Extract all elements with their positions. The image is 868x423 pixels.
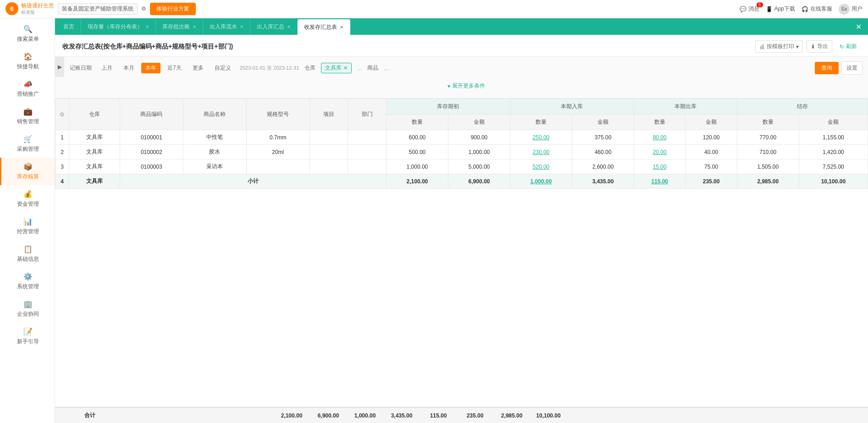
- tab-recv-summary-close[interactable]: ✕: [340, 25, 343, 30]
- date-btn-7days[interactable]: 近7天: [163, 63, 186, 73]
- tab-inout-summary-label: 出入库汇总: [257, 23, 284, 31]
- tab-bar: 首页 现存量（库存分布表） ✕ 库存批次账 ✕ 出入库流水 ✕ 出入库汇总 ✕ …: [55, 18, 868, 35]
- sidebar-item-inventory[interactable]: 📦 库存核算: [0, 158, 55, 185]
- total-closing-amt: 10,100.00: [530, 412, 567, 419]
- sidebar-item-quick[interactable]: 🏠 快捷导航: [0, 48, 55, 75]
- col-in-amt-header: 金额: [572, 115, 634, 130]
- sidebar-item-sales[interactable]: 💼 销售管理: [0, 103, 55, 130]
- expand-conditions-button[interactable]: ▾ 展开更多条件: [448, 82, 485, 90]
- logo-text: 畅捷通好生意: [21, 2, 54, 9]
- row-out-qty[interactable]: 15.00: [634, 159, 686, 174]
- message-item[interactable]: 💬 消息 6: [740, 5, 759, 13]
- sidebar-label-sales: 销售管理: [17, 118, 39, 126]
- sidebar-item-finance[interactable]: 💰 资金管理: [0, 185, 55, 213]
- row-out-qty[interactable]: 80.00: [634, 130, 686, 145]
- table-row: 2 文具库 0100002 胶水 20ml 500.00 1,000.00 23…: [55, 145, 868, 159]
- filter-wrapper: ▶ 记账日期 上月 本月 本年 近7天 更多 自定义 2023-01-01 至 …: [55, 57, 868, 99]
- col-opening-group-header: 库存期初: [386, 99, 510, 115]
- row-in-qty[interactable]: 520.00: [510, 159, 572, 174]
- settings-icon[interactable]: ⚙: [141, 5, 146, 12]
- row-in-amt: 460.00: [572, 145, 634, 159]
- sidebar-item-basic[interactable]: 📋 基础信息: [0, 240, 55, 268]
- online-service-item[interactable]: 🎧 在线客服: [802, 5, 832, 13]
- col-goodsname-header: 商品名称: [183, 99, 246, 130]
- tab-stock-dist[interactable]: 现存量（库存分布表） ✕: [81, 18, 156, 35]
- sidebar-item-guide[interactable]: 📝 新手引导: [0, 323, 55, 350]
- tab-recv-summary[interactable]: 收发存汇总表 ✕: [298, 19, 350, 35]
- tab-inout-summary-close[interactable]: ✕: [287, 24, 291, 29]
- tab-stock-dist-label: 现存量（库存分布表）: [88, 23, 143, 31]
- print-button[interactable]: 🖨 按模板打印 ▾: [755, 40, 803, 53]
- total-opening-qty: 2,100.00: [273, 412, 310, 419]
- sidebar-label-purchase: 采购管理: [17, 145, 39, 153]
- sidebar-item-operations[interactable]: 📊 经营管理: [0, 213, 55, 240]
- sidebar-item-system[interactable]: ⚙️ 系统管理: [0, 268, 55, 295]
- warehouse-tag-close[interactable]: ✕: [343, 65, 348, 71]
- inventory-icon: 📦: [23, 162, 33, 171]
- sidebar-item-enterprise[interactable]: 🏢 企业协同: [0, 295, 55, 323]
- col-closing-qty-header: 数量: [737, 115, 799, 130]
- date-btn-more[interactable]: 更多: [188, 63, 208, 73]
- export-icon: ⬇: [811, 44, 815, 50]
- sidebar-item-purchase[interactable]: 🛒 采购管理: [0, 130, 55, 158]
- tab-recv-summary-label: 收发存汇总表: [304, 23, 337, 31]
- sidebar-label-basic: 基础信息: [17, 255, 39, 263]
- home-icon: 🏠: [23, 52, 33, 61]
- sidebar-label-enterprise: 企业协同: [17, 310, 39, 318]
- tab-batch-close[interactable]: ✕: [193, 24, 196, 29]
- export-button[interactable]: ⬇ 导出: [807, 40, 832, 53]
- sidebar-item-search[interactable]: 🔍 搜索菜单: [0, 20, 55, 48]
- row-opening-amt: 1,000.00: [448, 145, 510, 159]
- data-table: ⚙ 仓库 商品编码 商品名称 规格型号 项目 部门 库存期初 本期入库 本期出库…: [55, 99, 868, 189]
- system-title[interactable]: 装备及固定资产辅助管理系统: [58, 3, 138, 15]
- date-btn-custom[interactable]: 自定义: [210, 63, 235, 73]
- tab-inout-flow[interactable]: 出入库流水 ✕: [203, 18, 250, 35]
- sidebar-label-quick: 快捷导航: [17, 63, 39, 71]
- tab-stock-dist-close[interactable]: ✕: [145, 24, 149, 29]
- refresh-icon: ↻: [840, 44, 844, 50]
- sidebar-item-marketing[interactable]: 📣 营销推广: [0, 75, 55, 103]
- total-bar: 合计 2,100.00 6,900.00 1,000.00 3,435.00 1…: [55, 407, 868, 423]
- trial-button[interactable]: 体验行业方案: [150, 3, 196, 15]
- col-in-group-header: 本期入库: [510, 99, 634, 115]
- tab-batch[interactable]: 库存批次账 ✕: [156, 18, 203, 35]
- row-out-qty[interactable]: 20.00: [634, 145, 686, 159]
- row-goodsname: 采访本: [183, 159, 246, 174]
- row-in-qty[interactable]: 230.00: [510, 145, 572, 159]
- table-row: 3 文具库 0100003 采访本 1,000.00 5,000.00 520.…: [55, 159, 868, 174]
- row-closing-qty: 1,505.00: [737, 159, 799, 174]
- subtotal-opening-qty: 2,100.00: [386, 174, 448, 189]
- sidebar-label-system: 系统管理: [17, 283, 39, 291]
- tab-inout-flow-close[interactable]: ✕: [240, 24, 243, 29]
- goods-more-btn[interactable]: ...: [384, 65, 388, 71]
- refresh-button[interactable]: ↻ 刷新: [836, 41, 861, 52]
- row-out-amt: 120.00: [686, 130, 737, 145]
- settings-small-button[interactable]: 设置: [841, 61, 862, 75]
- logo-text-group: 畅捷通好生意 标准版: [21, 2, 54, 15]
- tab-inout-summary[interactable]: 出入库汇总 ✕: [250, 18, 298, 35]
- col-out-group-header: 本期出库: [634, 99, 737, 115]
- filter-toggle-button[interactable]: ▶: [55, 57, 64, 77]
- date-btn-last-month[interactable]: 上月: [97, 63, 116, 73]
- user-item[interactable]: Ea 用户: [839, 4, 862, 15]
- top-bar-left: 6 畅捷通好生意 标准版 装备及固定资产辅助管理系统 ⚙ 体验行业方案: [6, 2, 196, 15]
- system-icon: ⚙️: [23, 272, 33, 281]
- query-button[interactable]: 查询: [815, 62, 839, 74]
- page-header: 收发存汇总表(按仓库+商品编码+商品+规格型号+项目+部门) 🖨 按模板打印 ▾…: [55, 35, 868, 57]
- tab-home[interactable]: 首页: [57, 18, 81, 35]
- total-out-amt: 235.00: [457, 412, 493, 419]
- content-area: 首页 现存量（库存分布表） ✕ 库存批次账 ✕ 出入库流水 ✕ 出入库汇总 ✕ …: [55, 18, 868, 423]
- tab-close-all[interactable]: ✕: [851, 22, 866, 31]
- row-department: [348, 159, 387, 174]
- date-btn-this-year[interactable]: 本年: [141, 63, 160, 73]
- total-closing-qty: 2,985.00: [493, 412, 530, 419]
- app-download-item[interactable]: 📱 App下载: [766, 5, 795, 13]
- date-btn-this-month[interactable]: 本月: [119, 63, 138, 73]
- col-goodsspec-header: 规格型号: [246, 99, 310, 130]
- warehouse-more-btn[interactable]: ...: [357, 65, 362, 71]
- row-in-qty[interactable]: 250.00: [510, 130, 572, 145]
- col-out-amt-header: 金额: [686, 115, 737, 130]
- row-out-amt: 40.00: [686, 145, 737, 159]
- warehouse-filter-label: 仓库: [304, 64, 315, 72]
- col-settings-header[interactable]: ⚙: [55, 99, 69, 130]
